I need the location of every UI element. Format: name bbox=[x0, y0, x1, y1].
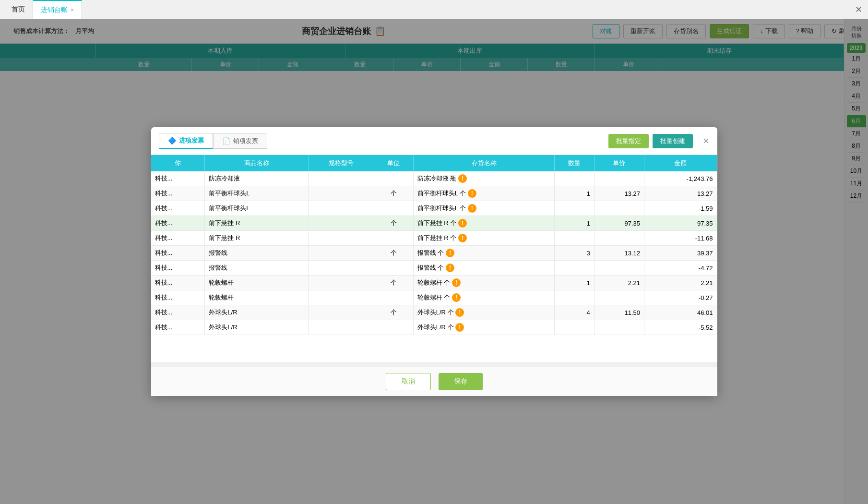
table-cell-1-6: 13.27 bbox=[594, 186, 644, 201]
table-cell-4-2 bbox=[308, 231, 374, 246]
scrollbar[interactable] bbox=[151, 362, 717, 367]
warn-icon: ! bbox=[446, 264, 454, 272]
th-amount: 金额 bbox=[644, 155, 717, 171]
table-row[interactable]: 科技...轮毂螺杆轮毂螺杆 个 !-0.27 bbox=[151, 290, 717, 305]
table-cell-5-0: 科技... bbox=[151, 246, 205, 261]
table-cell-3-0: 科技... bbox=[151, 216, 205, 231]
tab-home[interactable]: 首页 bbox=[4, 0, 33, 19]
th-spec: 规格型号 bbox=[308, 155, 374, 171]
table-cell-5-5: 3 bbox=[555, 246, 594, 261]
invoice-table: 你 商品名称 规格型号 单位 存货名称 数量 单价 金额 科技...防冻冷却液防… bbox=[151, 155, 717, 335]
table-cell-0-3 bbox=[374, 171, 413, 186]
warn-icon: ! bbox=[458, 234, 467, 242]
modal-header-right: 批量指定 批量创建 ✕ bbox=[608, 134, 710, 148]
warn-icon: ! bbox=[446, 249, 454, 257]
modal-close-button[interactable]: ✕ bbox=[702, 136, 710, 146]
table-cell-1-1: 前平衡杆球头L bbox=[205, 186, 308, 201]
table-cell-0-2 bbox=[308, 171, 374, 186]
table-cell-1-4: 前平衡杆球头L 个 ! bbox=[413, 186, 555, 201]
modal-footer: 取消 保存 bbox=[151, 367, 717, 396]
th-inventory-name: 存货名称 bbox=[413, 155, 555, 171]
table-cell-2-0: 科技... bbox=[151, 201, 205, 216]
table-row[interactable]: 科技...外球头L/R个外球头L/R 个 !411.5046.01 bbox=[151, 305, 717, 320]
table-row[interactable]: 科技...报警线报警线 个 !-4.72 bbox=[151, 261, 717, 276]
table-cell-10-5 bbox=[555, 320, 594, 335]
table-cell-8-0: 科技... bbox=[151, 290, 205, 305]
tab-ledger-close[interactable]: × bbox=[71, 7, 74, 13]
table-cell-2-3 bbox=[374, 201, 413, 216]
table-cell-9-6: 11.50 bbox=[594, 305, 644, 320]
tab-incoming-invoice[interactable]: 🔷 进项发票 bbox=[159, 133, 213, 149]
modal-actions: 批量指定 批量创建 bbox=[608, 134, 693, 148]
table-cell-4-0: 科技... bbox=[151, 231, 205, 246]
th-quantity: 数量 bbox=[555, 155, 594, 171]
modal-table-wrapper[interactable]: 你 商品名称 规格型号 单位 存货名称 数量 单价 金额 科技...防冻冷却液防… bbox=[151, 155, 717, 362]
table-cell-2-2 bbox=[308, 201, 374, 216]
table-cell-5-6: 13.12 bbox=[594, 246, 644, 261]
table-cell-1-7: 13.27 bbox=[644, 186, 717, 201]
th-product-name: 商品名称 bbox=[205, 155, 308, 171]
modal-overlay: 🔷 进项发票 📄 销项发票 批量指定 批量创建 ✕ bbox=[0, 19, 868, 504]
table-cell-0-1: 防冻冷却液 bbox=[205, 171, 308, 186]
table-row[interactable]: 科技...报警线个报警线 个 !313.1239.37 bbox=[151, 246, 717, 261]
table-cell-7-3: 个 bbox=[374, 276, 413, 290]
table-cell-10-0: 科技... bbox=[151, 320, 205, 335]
table-cell-6-2 bbox=[308, 261, 374, 276]
table-cell-3-3: 个 bbox=[374, 216, 413, 231]
table-row[interactable]: 科技...前下悬挂 R前下悬挂 R 个 !-11.68 bbox=[151, 231, 717, 246]
table-cell-6-6 bbox=[594, 261, 644, 276]
table-cell-4-4: 前下悬挂 R 个 ! bbox=[413, 231, 555, 246]
table-cell-6-5 bbox=[555, 261, 594, 276]
cancel-button[interactable]: 取消 bbox=[386, 373, 431, 390]
batch-assign-button[interactable]: 批量指定 bbox=[608, 134, 649, 148]
table-row[interactable]: 科技...防冻冷却液防冻冷却液 瓶 !-1,243.76 bbox=[151, 171, 717, 186]
warn-icon: ! bbox=[458, 174, 467, 183]
table-cell-10-7: -5.52 bbox=[644, 320, 717, 335]
table-row[interactable]: 科技...前平衡杆球头L前平衡杆球头L 个 !-1.59 bbox=[151, 201, 717, 216]
table-cell-10-3 bbox=[374, 320, 413, 335]
table-cell-9-7: 46.01 bbox=[644, 305, 717, 320]
table-row[interactable]: 科技...前下悬挂 R个前下悬挂 R 个 !197.3597.35 bbox=[151, 216, 717, 231]
table-cell-7-0: 科技... bbox=[151, 276, 205, 290]
table-cell-9-2 bbox=[308, 305, 374, 320]
table-cell-8-4: 轮毂螺杆 个 ! bbox=[413, 290, 555, 305]
table-cell-9-1: 外球头L/R bbox=[205, 305, 308, 320]
table-cell-4-3 bbox=[374, 231, 413, 246]
table-cell-8-3 bbox=[374, 290, 413, 305]
table-cell-7-2 bbox=[308, 276, 374, 290]
th-unit: 单位 bbox=[374, 155, 413, 171]
table-cell-4-6 bbox=[594, 231, 644, 246]
batch-create-button[interactable]: 批量创建 bbox=[653, 134, 693, 148]
table-cell-5-1: 报警线 bbox=[205, 246, 308, 261]
table-cell-9-0: 科技... bbox=[151, 305, 205, 320]
table-cell-6-7: -4.72 bbox=[644, 261, 717, 276]
table-cell-8-1: 轮毂螺杆 bbox=[205, 290, 308, 305]
table-cell-3-6: 97.35 bbox=[594, 216, 644, 231]
invoice-table-body: 科技...防冻冷却液防冻冷却液 瓶 !-1,243.76科技...前平衡杆球头L… bbox=[151, 171, 717, 335]
modal-dialog: 🔷 进项发票 📄 销项发票 批量指定 批量创建 ✕ bbox=[151, 127, 717, 396]
table-cell-0-6 bbox=[594, 171, 644, 186]
table-header-row: 你 商品名称 规格型号 单位 存货名称 数量 单价 金额 bbox=[151, 155, 717, 171]
table-cell-2-7: -1.59 bbox=[644, 201, 717, 216]
tab-ledger[interactable]: 进销台账 × bbox=[33, 0, 82, 19]
save-button[interactable]: 保存 bbox=[439, 373, 483, 390]
warn-icon: ! bbox=[458, 219, 467, 228]
table-cell-10-6 bbox=[594, 320, 644, 335]
table-cell-4-1: 前下悬挂 R bbox=[205, 231, 308, 246]
window-close-button[interactable]: ✕ bbox=[855, 4, 862, 15]
table-cell-1-5: 1 bbox=[555, 186, 594, 201]
table-cell-4-5 bbox=[555, 231, 594, 246]
warn-icon: ! bbox=[455, 323, 464, 332]
table-cell-8-7: -0.27 bbox=[644, 290, 717, 305]
table-row[interactable]: 科技...外球头L/R外球头L/R 个 !-5.52 bbox=[151, 320, 717, 335]
table-row[interactable]: 科技...轮毂螺杆个轮毂螺杆 个 !12.212.21 bbox=[151, 276, 717, 290]
table-cell-4-7: -11.68 bbox=[644, 231, 717, 246]
table-cell-1-0: 科技... bbox=[151, 186, 205, 201]
table-cell-3-5: 1 bbox=[555, 216, 594, 231]
main-area: 销售成本计算方法： 月平均 商贸企业进销台账 📋 对账 重新开账 存货别名 生成… bbox=[0, 19, 868, 504]
table-cell-10-2 bbox=[308, 320, 374, 335]
tab-outgoing-invoice[interactable]: 📄 销项发票 bbox=[213, 133, 267, 149]
table-cell-3-1: 前下悬挂 R bbox=[205, 216, 308, 231]
table-row[interactable]: 科技...前平衡杆球头L个前平衡杆球头L 个 !113.2713.27 bbox=[151, 186, 717, 201]
table-cell-6-4: 报警线 个 ! bbox=[413, 261, 555, 276]
